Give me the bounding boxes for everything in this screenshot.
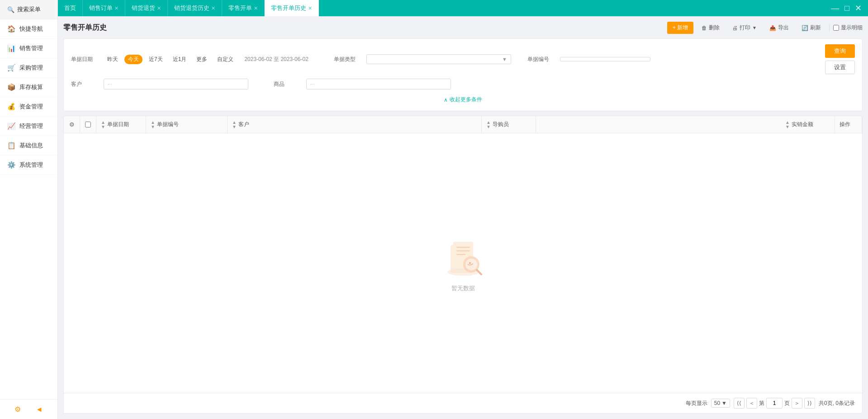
filter-date-range: 2023-06-02 至 2023-06-02 [244,56,308,63]
tab-retail-open-close[interactable]: ✕ [254,5,258,11]
tab-sales-return-history-close[interactable]: ✕ [211,5,215,11]
tab-home[interactable]: 首页 [58,0,83,16]
svg-point-9 [469,262,471,264]
system-icon: ⚙️ [7,161,16,169]
last-page-button[interactable]: ⟩⟩ [804,398,815,409]
refresh-button[interactable]: 🔄 刷新 [797,22,825,34]
date-option-today[interactable]: 今天 [124,55,142,64]
delete-button-label: 删除 [709,24,720,32]
select-all-checkbox[interactable] [85,122,91,127]
sidebar-bottom: ⚙ ◄ [0,399,57,419]
th-customer[interactable]: ▲▼ 客户 [228,116,482,133]
sidebar-item-label: 基础信息 [19,141,43,150]
page-title: 零售开单历史 [63,23,107,33]
th-op-label: 操作 [840,121,850,128]
sidebar-item-basic-info[interactable]: 📋 基础信息 [0,136,57,155]
th-num-label: 单据编号 [157,121,179,128]
table-header-checkbox[interactable] [80,116,96,133]
th-date-label: 单据日期 [107,121,129,128]
next-page-button[interactable]: ＞ [792,398,802,409]
page-number-input[interactable] [766,398,783,409]
page-header: 零售开单历史 + 新增 🗑 删除 🖨 打印 ▼ 📤 导出 [63,22,863,34]
tab-sales-return-close[interactable]: ✕ [157,5,161,11]
date-option-1month[interactable]: 近1月 [169,55,190,64]
sidebar-item-purchase-mgmt[interactable]: 🛒 采购管理 [0,58,57,78]
tab-retail-history[interactable]: 零售开单历史 ✕ [265,0,319,16]
tab-sales-return-label: 销货退货 [132,4,155,12]
tab-bar: 首页 销售订单 ✕ 销货退货 ✕ 销货退货历史 ✕ 零售开单 ✕ 零售开单历史 … [58,0,868,16]
filter-doc-type-dropdown[interactable]: ▼ [366,54,511,64]
tab-sales-return-history[interactable]: 销货退货历史 ✕ [168,0,222,16]
first-page-button[interactable]: ⟨⟨ [734,398,745,409]
window-minimize-icon[interactable]: — [831,4,839,13]
sidebar-item-operation[interactable]: 📈 经营管理 [0,117,57,136]
prev-page-button[interactable]: ＜ [746,398,757,409]
filter-doc-num-input[interactable] [560,57,650,61]
print-button[interactable]: 🖨 打印 ▼ [728,22,761,34]
th-customer-label: 客户 [238,121,249,128]
sidebar: 🔍 搜索采单 🏠 快捷导航 📊 销售管理 🛒 采购管理 📦 库存核算 💰 资金管… [0,0,58,419]
new-button[interactable]: + 新增 [667,22,693,34]
sidebar-item-quick-nav[interactable]: 🏠 快捷导航 [0,19,57,39]
sidebar-item-label: 快捷导航 [19,25,43,33]
sidebar-item-system[interactable]: ⚙️ 系统管理 [0,155,57,175]
tab-sales-return[interactable]: 销货退货 ✕ [125,0,168,16]
filter-row-customer: 客户 ··· 商品 ··· [71,79,855,89]
th-customer-sort: ▲▼ [232,120,237,129]
refresh-icon: 🔄 [802,25,808,31]
export-icon: 📤 [769,25,776,31]
filter-goods-label: 商品 [274,80,299,88]
per-page-label: 每页显示 [686,400,707,407]
th-amount-label: 实销金额 [792,121,813,128]
sidebar-search-label: 搜索采单 [17,5,41,14]
table-header: ⚙ ▲▼ 单据日期 ▲▼ 单据编号 ▲▼ 客户 ▲▼ 导 [64,116,862,133]
per-page-select[interactable]: 50 ▼ [711,399,730,408]
operation-icon: 📈 [7,122,16,130]
pagination-total: 共0页, 0条记录 [819,400,855,407]
refresh-button-label: 刷新 [810,24,821,32]
sidebar-item-inventory[interactable]: 📦 库存核算 [0,78,57,97]
tab-sales-order-close[interactable]: ✕ [114,5,119,11]
tab-retail-history-close[interactable]: ✕ [308,5,312,11]
date-option-yesterday[interactable]: 昨天 [104,55,122,64]
sidebar-item-label: 销售管理 [19,44,43,52]
basic-info-icon: 📋 [7,141,16,150]
sidebar-item-label: 资金管理 [19,103,43,111]
dropdown-arrow-icon: ▼ [502,56,507,62]
display-detail-label[interactable]: 显示明细 [833,24,863,32]
display-detail-checkbox[interactable] [833,25,839,31]
th-date[interactable]: ▲▼ 单据日期 [96,116,146,133]
export-button[interactable]: 📤 导出 [765,22,793,34]
table-setting-icon[interactable]: ⚙ [64,116,80,133]
window-close-icon[interactable]: ✕ [855,3,862,13]
th-guide-sort: ▲▼ [486,120,491,129]
tab-retail-open[interactable]: 零售开单 ✕ [222,0,265,16]
setting-button[interactable]: 设置 [825,61,855,74]
data-table: ⚙ ▲▼ 单据日期 ▲▼ 单据编号 ▲▼ 客户 ▲▼ 导 [63,116,863,414]
th-date-sort: ▲▼ [101,120,105,129]
query-button[interactable]: 查询 [825,44,855,58]
window-maximize-icon[interactable]: □ [844,4,849,13]
date-option-more[interactable]: 更多 [193,55,211,64]
filter-goods-input[interactable]: ··· [306,79,451,89]
sidebar-item-sales-mgmt[interactable]: 📊 销售管理 [0,39,57,58]
settings-bottom-icon[interactable]: ⚙ [14,405,21,414]
new-button-label: + 新增 [673,24,688,32]
th-guide[interactable]: ▲▼ 导购员 [482,116,536,133]
tab-bar-actions: — □ ✕ [825,3,868,13]
tab-home-label: 首页 [64,4,76,12]
filter-collapse-button[interactable]: ∧ 收起更多条件 [71,94,855,105]
filter-customer-input[interactable]: ··· [104,79,248,89]
tab-sales-order[interactable]: 销售订单 ✕ [83,0,125,16]
sidebar-search[interactable]: 🔍 搜索采单 [0,0,57,19]
date-option-7days[interactable]: 近7天 [145,55,166,64]
delete-button[interactable]: 🗑 删除 [697,22,724,34]
filter-customer-label: 客户 [71,80,96,88]
collapse-sidebar-icon[interactable]: ◄ [36,405,43,414]
th-amount[interactable]: ▲▼ 实销金额 [781,116,835,133]
sidebar-item-finance[interactable]: 💰 资金管理 [0,97,57,117]
th-num[interactable]: ▲▼ 单据编号 [146,116,228,133]
print-icon: 🖨 [732,25,738,31]
date-option-custom[interactable]: 自定义 [213,55,237,64]
page-label: 第 [759,400,764,407]
